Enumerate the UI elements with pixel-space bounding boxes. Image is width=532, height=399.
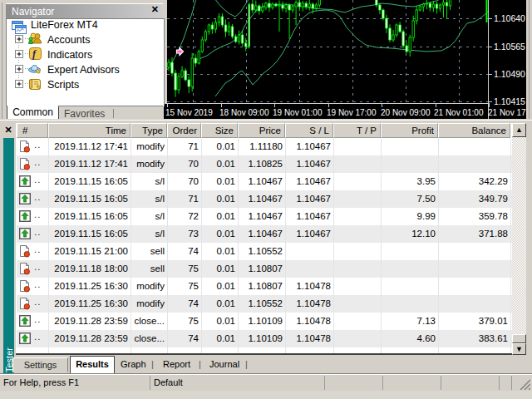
svg-text:1.10565: 1.10565 [494,42,525,52]
svg-text:Accounts: Accounts [47,34,90,46]
svg-text:21 Nov 01:00: 21 Nov 01:00 [434,108,484,117]
svg-text:19 Nov 17:00: 19 Nov 17:00 [327,108,377,117]
svg-text:LiteForex MT4: LiteForex MT4 [31,19,98,31]
svg-text:1.10415: 1.10415 [494,96,525,106]
svg-text:20 Nov 09:00: 20 Nov 09:00 [381,108,431,117]
svg-text:21 Nov 17:00: 21 Nov 17:00 [488,108,526,117]
svg-text:19 Nov 01:00: 19 Nov 01:00 [273,108,323,117]
svg-text:Scripts: Scripts [47,79,79,91]
svg-text:15 Nov 2019: 15 Nov 2019 [165,108,213,117]
svg-text:Expert Advisors: Expert Advisors [47,64,120,76]
svg-text:Indicators: Indicators [47,49,92,61]
svg-text:1.10490: 1.10490 [494,69,525,79]
svg-text:1.10640: 1.10640 [494,13,525,23]
svg-text:18 Nov 09:00: 18 Nov 09:00 [219,108,269,117]
